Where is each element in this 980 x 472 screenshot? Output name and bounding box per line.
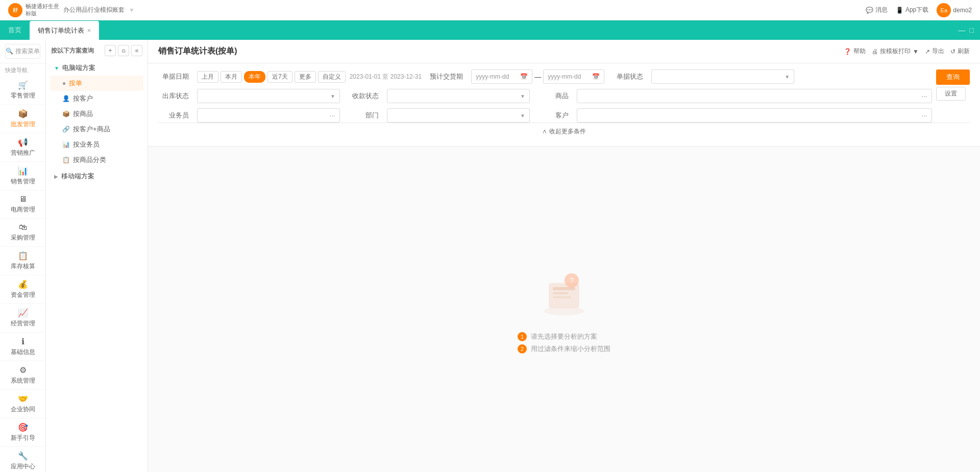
goods-box[interactable]: ··· bbox=[577, 89, 932, 103]
query-actions: 查询 设置 bbox=[936, 69, 970, 101]
filter-row-1: 单据日期 上月 本月 本年 近7天 更多 自定义 2023-01-01 至 20… bbox=[158, 69, 932, 84]
receipt-status-box[interactable]: ▼ bbox=[387, 89, 530, 103]
tab-home[interactable]: 首页 bbox=[0, 20, 30, 40]
logo-icon: 好 bbox=[8, 3, 22, 17]
date-range-text: 2023-01-01 至 2023-12-31 bbox=[350, 73, 422, 81]
by-cust-goods-label: 按客户+商品 bbox=[73, 125, 110, 134]
hint-1: 1 请先选择要分析的方案 bbox=[518, 332, 610, 341]
print-arrow-icon: ▼ bbox=[913, 48, 919, 55]
sidebar-item-system[interactable]: ⚙ 系统管理 bbox=[0, 361, 45, 390]
sidebar-item-ecommerce[interactable]: 🖥 电商管理 bbox=[0, 191, 45, 219]
appstore-icon: 🔧 bbox=[18, 451, 28, 461]
panel-item-by-category[interactable]: 📋 按商品分类 bbox=[50, 152, 143, 168]
sidebar-item-newbie[interactable]: 🎯 新手引导 bbox=[0, 418, 45, 447]
hint-1-num: 1 bbox=[518, 332, 527, 341]
breadcrumb-arrow[interactable]: ▼ bbox=[129, 7, 135, 14]
left-panel: 按以下方案查询 + ⊙ « ▼ 电脑端方案 ● 按单 bbox=[46, 40, 148, 472]
print-label: 按模板打印 bbox=[880, 47, 911, 56]
panel-edit-btn[interactable]: ⊙ bbox=[118, 45, 129, 56]
collapse-label: ∧ 收起更多条件 bbox=[542, 127, 585, 136]
collapse-bar[interactable]: ∧ 收起更多条件 bbox=[158, 123, 970, 140]
prev-month-btn[interactable]: 上月 bbox=[197, 71, 218, 83]
panel-group-pc-header[interactable]: ▼ 电脑端方案 bbox=[50, 60, 143, 76]
customer-box[interactable]: ··· bbox=[577, 108, 932, 123]
help-btn[interactable]: ❓ 帮助 bbox=[844, 47, 866, 56]
tab-sales-stats-label: 销售订单统计表 bbox=[38, 26, 84, 35]
panel-group-mobile-header[interactable]: ▶ 移动端方案 bbox=[50, 169, 143, 184]
message-icon: 💬 bbox=[866, 7, 873, 14]
custom-btn[interactable]: 自定义 bbox=[318, 71, 346, 83]
sidebar-item-basic[interactable]: ℹ 基础信息 bbox=[0, 333, 45, 361]
date-to-input[interactable]: yyyy-mm-dd 📅 bbox=[543, 69, 604, 84]
user-area[interactable]: Ea demo2 bbox=[937, 3, 972, 17]
panel-section-pc: ▼ 电脑端方案 ● 按单 👤 按客户 📦 按商品 bbox=[46, 60, 148, 184]
tab-close-icon[interactable]: × bbox=[87, 27, 91, 34]
maximize-btn[interactable]: □ bbox=[970, 26, 974, 34]
setting-btn[interactable]: 设置 bbox=[936, 87, 966, 101]
date-to-placeholder: yyyy-mm-dd bbox=[548, 73, 581, 80]
shipment-status-box[interactable]: ▼ bbox=[197, 89, 340, 103]
sidebar-search-btn[interactable]: 🔍 搜索菜单 bbox=[5, 44, 40, 59]
refresh-icon: ↺ bbox=[950, 48, 955, 55]
sidebar-item-inventory[interactable]: 📋 库存核算 bbox=[0, 247, 45, 275]
panel-collapse-btn[interactable]: « bbox=[131, 45, 142, 56]
sidebar-item-retail[interactable]: 🛒 零售管理 bbox=[0, 76, 45, 105]
sidebar-item-appstore[interactable]: 🔧 应用中心 bbox=[0, 447, 45, 472]
sidebar-item-marketing[interactable]: 📢 营销推广 bbox=[0, 133, 45, 162]
app-download-btn[interactable]: 📱 App下载 bbox=[896, 6, 928, 14]
dept-label: 部门 bbox=[348, 111, 379, 120]
more-btn[interactable]: 更多 bbox=[295, 71, 316, 83]
receipt-arrow: ▼ bbox=[520, 93, 525, 99]
panel-item-by-order[interactable]: ● 按单 bbox=[50, 76, 143, 91]
sidebar-item-wholesale[interactable]: 📦 批发管理 bbox=[0, 105, 45, 133]
staff-dots[interactable]: ··· bbox=[329, 111, 335, 120]
tab-sales-stats[interactable]: 销售订单统计表 × bbox=[30, 21, 99, 40]
date-from-input[interactable]: yyyy-mm-dd 📅 bbox=[471, 69, 532, 84]
calendar-end-icon: 📅 bbox=[592, 73, 600, 80]
goods-select: ··· bbox=[577, 89, 932, 103]
expected-date-from: yyyy-mm-dd 📅 — yyyy-mm-dd 📅 bbox=[471, 69, 604, 84]
shipment-status-select: ▼ bbox=[197, 89, 340, 103]
print-btn[interactable]: 🖨 按模板打印 ▼ bbox=[872, 47, 919, 56]
date-from-placeholder: yyyy-mm-dd bbox=[476, 73, 509, 80]
panel-title: 按以下方案查询 bbox=[51, 46, 94, 55]
inventory-label: 库存核算 bbox=[11, 262, 35, 271]
refresh-btn[interactable]: ↺ 刷新 bbox=[950, 47, 970, 56]
last-7-btn[interactable]: 近7天 bbox=[267, 71, 292, 83]
marketing-icon: 📢 bbox=[18, 137, 28, 147]
user-avatar: Ea bbox=[937, 3, 951, 17]
panel-item-by-staff[interactable]: 📊 按业务员 bbox=[50, 137, 143, 152]
panel-item-by-customer[interactable]: 👤 按客户 bbox=[50, 91, 143, 106]
order-status-label: 单据状态 bbox=[612, 72, 643, 81]
panel-item-by-cust-goods[interactable]: 🔗 按客户+商品 bbox=[50, 122, 143, 137]
system-label: 系统管理 bbox=[11, 376, 35, 385]
operations-icon: 📈 bbox=[18, 308, 28, 318]
dept-box[interactable]: ▼ bbox=[387, 108, 530, 123]
finance-icon: 💰 bbox=[18, 279, 28, 289]
goods-dots[interactable]: ··· bbox=[921, 92, 927, 100]
minimize-btn[interactable]: — bbox=[959, 26, 966, 34]
sidebar-item-operations[interactable]: 📈 经营管理 bbox=[0, 304, 45, 333]
mobile-group-label: 移动端方案 bbox=[61, 172, 94, 181]
search-label: 搜索菜单 bbox=[15, 48, 40, 55]
customer-dots[interactable]: ··· bbox=[921, 111, 927, 120]
order-status-box[interactable]: ▼ bbox=[651, 69, 794, 84]
query-btn[interactable]: 查询 bbox=[936, 69, 970, 85]
operations-label: 经营管理 bbox=[11, 319, 35, 328]
search-icon: 🔍 bbox=[6, 48, 13, 55]
this-year-btn[interactable]: 本年 bbox=[244, 71, 265, 83]
panel-item-by-goods[interactable]: 📦 按商品 bbox=[50, 106, 143, 122]
sidebar-item-sales[interactable]: 📊 销售管理 bbox=[0, 162, 45, 191]
tab-bar: 首页 销售订单统计表 × — □ bbox=[0, 20, 980, 40]
sidebar-item-finance[interactable]: 💰 资金管理 bbox=[0, 275, 45, 304]
export-btn[interactable]: ↗ 导出 bbox=[925, 47, 944, 56]
message-btn[interactable]: 💬 消息 bbox=[866, 6, 888, 14]
sidebar-item-corp[interactable]: 🤝 企业协同 bbox=[0, 390, 45, 418]
sidebar-item-purchase[interactable]: 🛍 采购管理 bbox=[0, 219, 45, 247]
by-category-label: 按商品分类 bbox=[73, 155, 106, 164]
staff-box[interactable]: ··· bbox=[197, 108, 340, 123]
message-label: 消息 bbox=[875, 6, 888, 14]
panel-add-btn[interactable]: + bbox=[105, 45, 116, 56]
svg-rect-3 bbox=[553, 292, 568, 294]
this-month-btn[interactable]: 本月 bbox=[220, 71, 242, 83]
